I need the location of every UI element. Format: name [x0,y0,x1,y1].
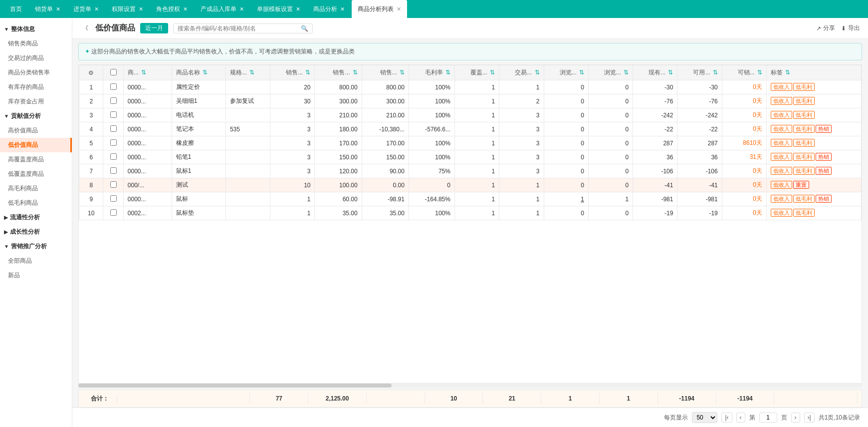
share-button[interactable]: ↗ 分享 [816,24,835,32]
th-available[interactable]: 可用... ⇅ [677,65,722,80]
scroll-thumb[interactable] [78,384,392,388]
row-checkbox-cell[interactable] [103,178,123,192]
th-settings[interactable]: ⚙ [79,65,103,80]
row-name: 橡皮擦 [172,136,225,150]
row-gross-rate: 75% [409,164,454,178]
sidebar-item-high-coverage[interactable]: 高覆盖度商品 [0,152,72,167]
th-current[interactable]: 现有... ⇅ [633,65,677,80]
row-checkbox-cell[interactable] [103,192,123,206]
sidebar-item-low-coverage[interactable]: 低覆盖度商品 [0,167,72,181]
sidebar-item-stock-capital[interactable]: 库存资金占用 [0,94,72,109]
sidebar-item-all-goods[interactable]: 全部商品 [0,254,72,268]
search-box: 🔍 [173,23,313,33]
row-checkbox-cell[interactable] [103,108,123,122]
row-checkbox[interactable] [110,111,117,118]
row-checkbox-cell[interactable] [103,206,123,220]
search-input[interactable] [178,25,299,32]
nav-tab-template[interactable]: 单据模板设置 ✕ [251,0,306,18]
page-size-select[interactable]: 50 100 200 [692,412,717,423]
period-button[interactable]: 近一月 [140,23,168,33]
th-coverage[interactable]: 覆盖... ⇅ [454,65,499,80]
close-icon[interactable]: ✕ [183,6,188,12]
search-icon[interactable]: 🔍 [301,25,308,32]
sidebar-item-low-value[interactable]: 低价值商品 [0,138,72,152]
row-coverage: 1 [454,94,499,108]
th-checkbox[interactable] [103,65,123,80]
close-icon[interactable]: ✕ [239,6,244,12]
row-coverage: 1 [454,122,499,136]
close-icon[interactable]: ✕ [296,6,300,12]
row-spec [225,108,270,122]
th-code[interactable]: 商... ⇅ [123,65,172,80]
sidebar-group-contribution[interactable]: ▼ 贡献值分析 [0,109,72,123]
nav-tab-roles[interactable]: 角色授权 ✕ [150,0,194,18]
row-checkbox[interactable] [110,139,117,146]
sidebar-group-marketing[interactable]: ▼ 营销推广分析 [0,239,72,254]
th-spec[interactable]: 规格... ⇅ [225,65,270,80]
first-page-button[interactable]: |‹ [721,413,732,423]
close-icon[interactable]: ✕ [94,6,99,12]
export-button[interactable]: ⬇ 导出 [841,24,860,32]
th-sale-amount[interactable]: 销售... ⇅ [362,65,409,80]
totals-available: -1194 [716,393,775,404]
row-browse1[interactable]: 1 [544,192,588,206]
nav-tab-analysis-list[interactable]: 商品分析列表 ✕ [352,0,407,18]
nav-tab-sales[interactable]: 销货单 ✕ [29,0,66,18]
close-icon[interactable]: ✕ [340,6,345,12]
th-trade[interactable]: 交易... ⇅ [499,65,544,80]
sidebar-item-high-margin[interactable]: 高毛利商品 [0,181,72,196]
row-checkbox-cell[interactable] [103,136,123,150]
sidebar-item-stock-goods[interactable]: 有库存的商品 [0,80,72,94]
row-current: -22 [633,122,677,136]
row-tags: 低收入低毛利热销 [767,164,862,178]
row-checkbox-cell[interactable] [103,80,123,94]
collapse-sidebar-button[interactable]: 《 [80,24,90,32]
th-browse1[interactable]: 浏览... ⇅ [544,65,588,80]
row-checkbox[interactable] [110,167,117,174]
th-sellable[interactable]: 可销... ⇅ [722,65,766,80]
row-checkbox[interactable] [110,153,117,160]
next-page-button[interactable]: › [791,413,800,423]
prev-page-button[interactable]: ‹ [736,413,745,423]
row-checkbox-cell[interactable] [103,94,123,108]
nav-tab-permissions[interactable]: 权限设置 ✕ [106,0,149,18]
sidebar-item-new-goods[interactable]: 新品 [0,268,72,283]
th-sale-price[interactable]: 销售... ⇅ [315,65,362,80]
th-gross-rate[interactable]: 毛利率 ⇅ [409,65,454,80]
sidebar-item-traded-goods[interactable]: 交易过的商品 [0,51,72,65]
th-sale-qty[interactable]: 销售... ⇅ [270,65,315,80]
select-all-checkbox[interactable] [110,69,117,75]
row-name: 测试 [172,178,225,192]
row-checkbox-cell[interactable] [103,150,123,164]
page-number-input[interactable] [759,413,777,423]
close-icon[interactable]: ✕ [56,6,60,12]
nav-tab-home[interactable]: 首页 [4,0,28,18]
close-icon[interactable]: ✕ [139,6,143,12]
row-trade: 3 [499,108,544,122]
sidebar-group-overview[interactable]: ▼ 整体信息 [0,22,72,36]
row-checkbox[interactable] [110,195,117,202]
row-checkbox[interactable] [110,83,117,90]
tag-label: 热销 [816,195,832,203]
row-checkbox[interactable] [110,209,117,216]
sidebar-item-low-margin[interactable]: 低毛利商品 [0,196,72,210]
row-checkbox-cell[interactable] [103,164,123,178]
row-checkbox[interactable] [110,97,117,104]
th-tags[interactable]: 标签 ⇅ [767,65,862,80]
sidebar-item-sales-goods[interactable]: 销售类商品 [0,36,72,51]
last-page-button[interactable]: ›| [804,413,815,423]
sidebar-item-category-sales[interactable]: 商品分类销售率 [0,65,72,80]
close-icon[interactable]: ✕ [397,6,401,12]
row-checkbox[interactable] [110,125,117,132]
th-browse2[interactable]: 浏览... ⇅ [588,65,633,80]
th-name[interactable]: 商品名称 ⇅ [172,65,225,80]
row-checkbox[interactable] [110,181,117,188]
row-checkbox-cell[interactable] [103,122,123,136]
nav-tab-analysis[interactable]: 商品分析 ✕ [307,0,351,18]
sidebar-item-high-value[interactable]: 高价值商品 [0,123,72,138]
horizontal-scrollbar[interactable] [78,384,862,388]
nav-tab-purchase[interactable]: 进货单 ✕ [67,0,105,18]
sidebar-group-circulation[interactable]: ▶ 流通性分析 [0,210,72,225]
nav-tab-warehouse[interactable]: 产成品入库单 ✕ [195,0,250,18]
sidebar-group-growth[interactable]: ▶ 成长性分析 [0,225,72,239]
